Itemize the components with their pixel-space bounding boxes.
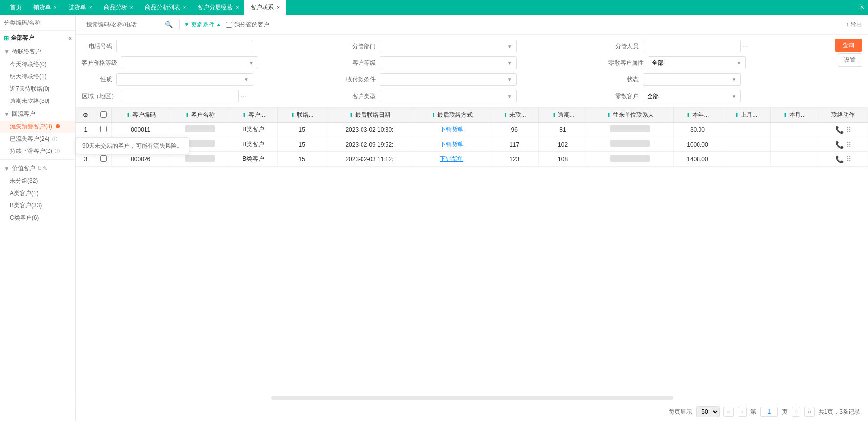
sidebar-search-input[interactable] xyxy=(4,19,76,26)
sidebar-item-overdue[interactable]: 逾期未联络(30) xyxy=(0,95,75,107)
close-analysis-list-tab[interactable]: × xyxy=(183,5,186,10)
settings-gear-icon[interactable]: ⚙ xyxy=(83,112,88,119)
action-phone-icon[interactable]: 📞 xyxy=(835,126,844,134)
sidebar-item-churn-warning[interactable]: 流失预警客户(3) xyxy=(0,121,75,133)
filter-person-label: 分管人员 xyxy=(608,42,643,50)
cell-contact: 15 xyxy=(278,137,326,152)
sidebar-item-class-a[interactable]: A类客户(1) xyxy=(0,187,75,199)
grid-icon: ⊞ xyxy=(4,35,9,42)
my-customer-checkbox-wrap[interactable]: 我分管的客户 xyxy=(226,21,269,29)
filter-row-3: 性质 ▼ 收付款条件 ▼ 状态 xyxy=(82,71,862,88)
filter-customer-type-select[interactable]: ▼ xyxy=(380,90,517,102)
filter-payment-select[interactable]: ▼ xyxy=(380,73,517,86)
nav-tab-purchase[interactable]: 进货单 × xyxy=(63,0,98,15)
nav-tab-analysis-list[interactable]: 商品分析列表 × xyxy=(139,0,192,15)
close-customer-segment-tab[interactable]: × xyxy=(236,5,239,10)
th-checkbox xyxy=(96,108,111,123)
th-index: ⚙ xyxy=(76,108,96,123)
filter-price-grade-select[interactable]: ▼ xyxy=(121,56,258,69)
sidebar-item-today[interactable]: 今天待联络(0) xyxy=(0,58,75,71)
nav-tab-customer-contact[interactable]: 客户联系 × xyxy=(244,0,286,15)
filter-arrow-icon: ▲ xyxy=(216,21,222,28)
sidebar-item-churned[interactable]: 已流失客户(24) ⓘ xyxy=(0,133,75,145)
filter-region: 区域（地区） ··· xyxy=(82,90,336,102)
filter-phone-input[interactable] xyxy=(116,40,253,52)
more-filter-button[interactable]: ▼ 更多条件 ▲ xyxy=(184,21,222,29)
scroll-track[interactable] xyxy=(271,396,673,400)
action-phone-icon[interactable]: 📞 xyxy=(835,155,844,163)
filter-scatter-attr-select[interactable]: 全部 ▼ xyxy=(648,56,746,69)
th-this-year: ⬆ 本年... xyxy=(674,108,722,123)
filter-person-select[interactable] xyxy=(643,40,741,52)
edit-icon[interactable]: ✎ xyxy=(43,165,47,172)
horizontal-scrollbar[interactable] xyxy=(76,394,868,402)
action-more-icon[interactable]: ⠿ xyxy=(846,126,851,134)
arrow-down-icon3: ▼ xyxy=(4,165,10,172)
search-button[interactable]: 🔍 xyxy=(165,21,173,28)
sidebar-group-pending[interactable]: ▼ 待联络客户 xyxy=(0,45,75,58)
contact-method-link[interactable]: 下销货单 xyxy=(440,155,463,162)
filter-dots-1[interactable]: ··· xyxy=(741,42,750,50)
nav-tab-sales[interactable]: 销货单 × xyxy=(27,0,63,15)
cell-not-contacted: 96 xyxy=(490,123,539,137)
close-purchase-tab[interactable]: × xyxy=(89,5,92,10)
sidebar-item-ungrouped[interactable]: 未分组(32) xyxy=(0,175,75,187)
last-page-button[interactable]: » xyxy=(804,407,815,417)
row-checkbox-0[interactable] xyxy=(100,126,107,132)
prev-page-button[interactable]: ‹ xyxy=(738,407,747,417)
info-icon2: ⓘ xyxy=(55,149,60,154)
filter-customer-type-label: 客户类型 xyxy=(345,92,380,100)
cell-index: 1 xyxy=(76,123,96,137)
query-button[interactable]: 查询 xyxy=(835,39,862,52)
filter-region-select[interactable] xyxy=(121,90,239,102)
first-page-button[interactable]: « xyxy=(723,407,734,417)
search-bar: 🔍 ▼ 更多条件 ▲ 我分管的客户 ↑ 导出 xyxy=(76,15,868,35)
export-button[interactable]: ↑ 导出 xyxy=(846,21,862,29)
sidebar-item-declining[interactable]: 持续下滑客户(2) ⓘ xyxy=(0,145,75,157)
nav-tab-analysis[interactable]: 商品分析 × xyxy=(98,0,139,15)
close-window-button[interactable]: × xyxy=(860,3,864,11)
th-customer-name: ⬆ 客户名称 xyxy=(170,108,229,123)
contact-method-link[interactable]: 下销货单 xyxy=(440,126,463,133)
filter-panel: 电话号码 分管部门 ▼ 分管人员 ··· xyxy=(76,35,868,108)
sidebar-group-value[interactable]: ▼ 价值客户 ↻ ✎ xyxy=(0,162,75,175)
filter-dots-2[interactable]: ··· xyxy=(239,92,248,100)
select-all-checkbox[interactable] xyxy=(100,111,107,118)
sidebar-group-return[interactable]: ▼ 回流客户 xyxy=(0,107,75,121)
table-row: 3 000026 B类客户 15 2023-02-03 11:12: 下销货单 … xyxy=(76,152,868,167)
page-number-input[interactable] xyxy=(760,407,778,417)
contact-method-link[interactable]: 下销货单 xyxy=(440,141,463,148)
close-customer-contact-tab[interactable]: × xyxy=(277,5,280,10)
cell-overdue: 108 xyxy=(539,152,587,167)
filter-status-select[interactable]: ▼ xyxy=(643,73,741,86)
my-customer-checkbox[interactable] xyxy=(226,22,232,28)
nav-tab-customer-segment[interactable]: 客户分层经营 × xyxy=(192,0,244,15)
search-input[interactable] xyxy=(86,21,165,28)
refresh-icon[interactable]: ↻ xyxy=(37,165,42,172)
cell-contact: 15 xyxy=(278,152,326,167)
sidebar-all-customers[interactable]: ⊞ 全部客户 « xyxy=(0,31,75,45)
action-more-icon[interactable]: ⠿ xyxy=(846,141,851,149)
filter-nature-select[interactable]: ▼ xyxy=(116,73,253,86)
sidebar-item-tomorrow[interactable]: 明天待联络(1) xyxy=(0,71,75,83)
close-sales-tab[interactable]: × xyxy=(54,5,57,10)
next-page-button[interactable]: › xyxy=(792,407,800,417)
nav-home-tab[interactable]: 首页 xyxy=(4,3,27,12)
filter-dept: 分管部门 ▼ xyxy=(345,40,599,52)
sidebar-item-class-c[interactable]: C类客户(6) xyxy=(0,212,75,224)
arrow-down-icon: ▼ xyxy=(4,49,10,55)
warning-dot xyxy=(56,124,60,128)
action-phone-icon[interactable]: 📞 xyxy=(835,141,844,149)
close-analysis-tab[interactable]: × xyxy=(130,5,133,10)
table-row: 1 000011 B类客户 15 2023-03-02 10:30: 下销货单 … xyxy=(76,123,868,137)
page-size-select[interactable]: 50 xyxy=(696,406,720,417)
cell-last-month xyxy=(722,152,770,167)
filter-retail-select[interactable]: 全部 ▼ xyxy=(643,90,741,102)
sidebar-item-7days[interactable]: 近7天待联络(0) xyxy=(0,83,75,95)
sidebar-item-class-b[interactable]: B类客户(33) xyxy=(0,199,75,212)
filter-customer-grade-select[interactable]: ▼ xyxy=(380,56,517,69)
row-checkbox-2[interactable] xyxy=(100,155,107,162)
action-more-icon[interactable]: ⠿ xyxy=(846,155,851,163)
settings-button[interactable]: 设置 xyxy=(838,53,862,67)
filter-dept-select[interactable]: ▼ xyxy=(380,40,517,52)
